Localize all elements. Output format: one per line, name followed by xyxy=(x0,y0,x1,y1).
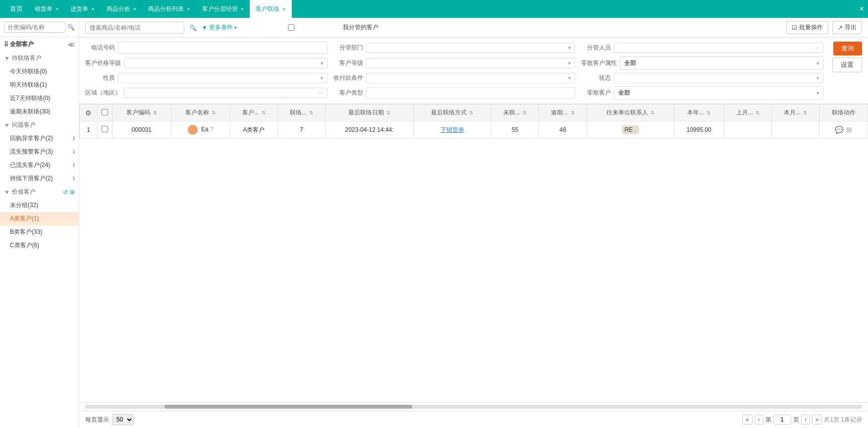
scrollbar-thumb[interactable] xyxy=(164,405,412,409)
prev-page-button[interactable]: ‹ xyxy=(755,415,763,425)
chevron-down-icon: ▾ xyxy=(816,60,819,66)
close-icon[interactable]: × xyxy=(187,6,190,12)
table-header-gear[interactable]: ⚙ xyxy=(80,105,98,121)
filter-input-customer-type[interactable] xyxy=(366,87,576,99)
filter-select-price-level[interactable]: ▾ xyxy=(124,58,327,68)
table-header-last-month[interactable]: 上月... ⇅ xyxy=(724,105,771,121)
filter-action-buttons: 查询 设置 xyxy=(827,42,862,72)
table-header-no-contact[interactable]: 未联... ⇅ xyxy=(491,105,539,121)
row-checkbox[interactable] xyxy=(98,121,112,139)
sidebar-item-declining[interactable]: 持续下滑客户(2) ℹ xyxy=(0,172,79,185)
sidebar-item-overdue[interactable]: 逾期未联络(30) xyxy=(0,105,79,118)
sidebar-item-a-class[interactable]: A类客户(1) xyxy=(0,212,79,225)
sidebar-section-pending[interactable]: ▼ 待联络客户 xyxy=(0,52,79,65)
row-this-year: 10995.00 xyxy=(674,121,724,139)
sidebar-item-repurchase-abnormal[interactable]: 回购异常客户(2) ℹ xyxy=(0,132,79,145)
sidebar-item-tomorrow[interactable]: 明天待联络(1) xyxy=(0,78,79,92)
sidebar-search-input[interactable] xyxy=(4,22,65,33)
filter-select-nature[interactable]: ▾ xyxy=(118,73,327,83)
table-header-checkbox[interactable] xyxy=(98,105,112,121)
per-page-select[interactable]: 50 xyxy=(112,414,134,425)
filter-select-person[interactable]: ··· xyxy=(614,43,823,53)
filter-select-customer-level[interactable]: ▾ xyxy=(366,58,576,68)
scrollbar-track[interactable] xyxy=(85,405,862,409)
close-icon[interactable]: × xyxy=(241,6,244,12)
collapse-icon[interactable]: ≪ xyxy=(67,41,75,49)
close-icon[interactable]: × xyxy=(133,6,136,12)
last-page-button[interactable]: » xyxy=(812,415,822,425)
close-icon[interactable]: × xyxy=(55,6,58,12)
filter-actions: ☑ 批量操作 ↗ 导出 xyxy=(786,21,862,34)
nav-tab-analysis-list[interactable]: 商品分析列表 × xyxy=(142,0,196,18)
sidebar-item-7days[interactable]: 近7天待联络(0) xyxy=(0,92,79,105)
settings-icon[interactable]: ⊞ xyxy=(70,189,75,196)
link-icon[interactable]: ⊞ xyxy=(846,126,852,134)
filter-select-region[interactable]: ··· xyxy=(124,88,327,98)
nav-tab-customer-contact[interactable]: 客户联络 × xyxy=(250,0,291,18)
table-header-overdue[interactable]: 逾期... ⇅ xyxy=(539,105,587,121)
close-all-tabs-button[interactable]: × xyxy=(860,4,864,13)
query-button[interactable]: 查询 xyxy=(833,42,862,55)
sidebar-item-churned[interactable]: 已流失客户(24) ℹ xyxy=(0,159,79,172)
grid-icon: ⠿ xyxy=(4,41,8,48)
select-all-checkbox[interactable] xyxy=(102,109,108,115)
table-header-this-year[interactable]: 本年... ⇅ xyxy=(674,105,724,121)
first-page-button[interactable]: « xyxy=(742,415,753,425)
search-input[interactable] xyxy=(85,22,184,34)
export-button[interactable]: ↗ 导出 xyxy=(832,21,862,34)
table-header-last-contact-date[interactable]: 最后联络日期 ⇅ xyxy=(326,105,413,121)
table-header-contact-count[interactable]: 联络... ⇅ xyxy=(277,105,325,121)
row-last-contact-method[interactable]: 下销货单 xyxy=(413,121,491,139)
sidebar-item-b-class[interactable]: B类客户(33) xyxy=(0,225,79,239)
top-navigation: 首页 销货单 × 进货单 × 商品分析 × 商品分析列表 × 客户分层经营 × … xyxy=(0,0,868,18)
nav-tab-sales[interactable]: 销货单 × xyxy=(29,0,64,18)
sidebar-item-ungrouped[interactable]: 未分组(32) xyxy=(0,199,79,212)
search-icon[interactable]: 🔍 xyxy=(189,24,197,31)
message-icon[interactable]: 💬 xyxy=(835,126,843,134)
nav-tab-analysis[interactable]: 商品分析 × xyxy=(101,0,142,18)
next-page-button[interactable]: › xyxy=(801,415,810,425)
more-filters-button[interactable]: ▼ 更多条件 ▾ xyxy=(202,23,237,32)
advanced-filter-panel: 电话号码 分管部门 ▾ 分管人员 xyxy=(79,38,868,104)
nav-tab-customer-segment[interactable]: 客户分层经营 × xyxy=(196,0,250,18)
table-header-this-month[interactable]: 本月... ⇅ xyxy=(772,105,819,121)
sidebar-search-icon[interactable]: 🔍 xyxy=(67,24,75,31)
gear-icon[interactable]: ⚙ xyxy=(85,109,92,117)
filter-input-phone[interactable] xyxy=(118,42,327,54)
row-no-contact: 55 xyxy=(491,121,539,139)
setting-button[interactable]: 设置 xyxy=(832,57,862,72)
batch-op-button[interactable]: ☑ 批量操作 xyxy=(786,21,828,34)
close-icon[interactable]: × xyxy=(282,6,285,12)
sidebar-all-customers-header[interactable]: ⠿ 全部客户 ≪ xyxy=(0,37,79,52)
filter-select-status[interactable]: ▾ xyxy=(614,73,823,83)
sidebar-section-problem[interactable]: ▼ 问题客户 xyxy=(0,118,79,132)
filter-field-nature: 性质 ▾ xyxy=(85,73,327,83)
sort-icon: ⇅ xyxy=(386,110,390,115)
nav-tab-purchase[interactable]: 进货单 × xyxy=(64,0,100,18)
chevron-down-icon: ▾ xyxy=(816,75,819,81)
table-header-contact-person[interactable]: 往来单位联系人 ⇅ xyxy=(587,105,674,121)
row-actions: 💬 ⊞ xyxy=(819,121,868,139)
row-code[interactable]: 000031 xyxy=(112,121,171,139)
filter-select-dept[interactable]: ▾ xyxy=(366,43,576,53)
my-customers-checkbox[interactable] xyxy=(242,24,341,31)
sidebar-item-churn-warning[interactable]: 流失预警客户(3) ℹ xyxy=(0,145,79,159)
my-customers-filter[interactable]: 我分管的客户 xyxy=(242,23,379,32)
close-icon[interactable]: × xyxy=(91,6,94,12)
sidebar-item-c-class[interactable]: C类客户(6) xyxy=(0,239,79,252)
table-header-name[interactable]: 客户名称 ⇅ xyxy=(171,105,230,121)
sidebar-item-today[interactable]: 今天待联络(0) xyxy=(0,65,79,78)
table-header-code[interactable]: 客户编码 ⇅ xyxy=(112,105,171,121)
nav-home[interactable]: 首页 xyxy=(4,0,29,18)
sidebar-section-value: ▼ 价值客户 ↺ ⊞ xyxy=(0,185,79,199)
filter-select-retail[interactable]: 全部 ▾ xyxy=(614,86,823,100)
filter-field-retail: 零散客户 全部 ▾ xyxy=(581,86,823,100)
page-number-input[interactable] xyxy=(773,415,791,425)
refresh-icon[interactable]: ↺ xyxy=(63,189,68,196)
table-header-last-contact-method[interactable]: 最后联络方式 ⇅ xyxy=(413,105,491,121)
sort-icon: ⇅ xyxy=(153,110,157,115)
row-select-checkbox[interactable] xyxy=(102,126,108,132)
table-header-type[interactable]: 客户... ⇅ xyxy=(230,105,277,121)
filter-select-payment[interactable]: ▾ xyxy=(366,73,576,83)
filter-select-retail-attr[interactable]: 全部 ▾ xyxy=(620,56,823,70)
